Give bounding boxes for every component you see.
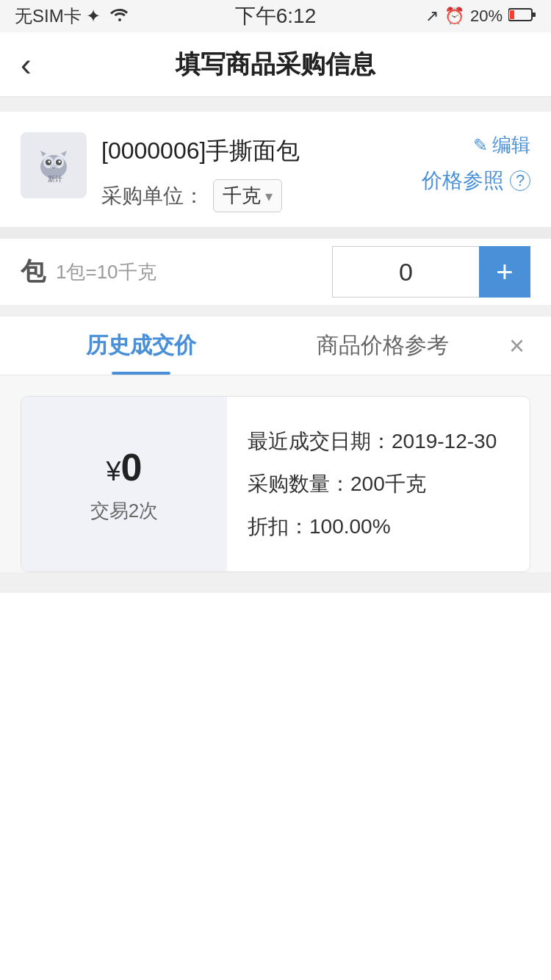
product-header: 新计 [0000006]手撕面包 采购单位： 千克 ▾ ✎ 编辑 xyxy=(21,132,530,212)
status-right: ↗ ⏰ 20% xyxy=(425,6,536,26)
purchase-qty-row: 采购数量：200千克 xyxy=(248,469,509,500)
recent-date-row: 最近成交日期：2019-12-30 xyxy=(248,426,509,457)
svg-marker-11 xyxy=(40,151,46,156)
back-button[interactable]: ‹ xyxy=(21,48,32,81)
close-panel-button[interactable]: × xyxy=(503,331,530,361)
history-price: ¥0 xyxy=(107,445,143,489)
bottom-space xyxy=(0,593,551,980)
edit-icon: ✎ xyxy=(473,135,488,156)
quantity-label: 包 1包=10千克 xyxy=(21,255,332,289)
section-divider xyxy=(0,227,551,239)
status-left: 无SIM卡 ✦ xyxy=(15,4,132,28)
svg-rect-1 xyxy=(532,12,536,17)
product-thumbnail: 新计 xyxy=(21,132,87,198)
svg-point-8 xyxy=(48,161,51,163)
quantity-input[interactable]: 0 xyxy=(332,246,479,298)
dropdown-arrow-icon: ▾ xyxy=(265,187,273,205)
tab-underline xyxy=(112,372,170,375)
product-info: [0000006]手撕面包 采购单位： 千克 ▾ xyxy=(101,132,300,212)
tabs-header: 历史成交价 商品价格参考 × xyxy=(0,317,551,375)
qty-unit-badge: 包 xyxy=(21,255,46,289)
alarm-icon: ⏰ xyxy=(444,7,464,26)
history-card: ¥0 交易2次 最近成交日期：2019-12-30 采购数量：200千克 折扣：… xyxy=(21,396,530,572)
battery-icon xyxy=(508,6,536,26)
trade-count: 交易2次 xyxy=(90,498,158,524)
history-card-left: ¥0 交易2次 xyxy=(21,397,227,572)
quantity-plus-button[interactable]: + xyxy=(479,246,530,298)
svg-marker-12 xyxy=(61,151,67,156)
unit-select[interactable]: 千克 ▾ xyxy=(213,179,282,212)
price-ref-button[interactable]: 价格参照 ? xyxy=(422,167,530,195)
price-ref-right: ✎ 编辑 价格参照 ? xyxy=(422,132,530,195)
tab-history-price[interactable]: 历史成交价 xyxy=(21,317,262,375)
unit-label: 采购单位： xyxy=(101,182,204,210)
tabs-panel: 历史成交价 商品价格参考 × ¥0 交易2次 最近成交日期：2019-12-30… xyxy=(0,317,551,572)
edit-button[interactable]: ✎ 编辑 xyxy=(473,132,530,158)
tab-price-ref[interactable]: 商品价格参考 xyxy=(262,317,503,375)
product-left: 新计 [0000006]手撕面包 采购单位： 千克 ▾ xyxy=(21,132,300,212)
carrier-text: 无SIM卡 ✦ xyxy=(15,4,101,28)
svg-rect-2 xyxy=(510,10,514,19)
battery-percent: 20% xyxy=(470,7,503,26)
location-icon: ↗ xyxy=(425,7,439,26)
product-name: [0000006]手撕面包 xyxy=(101,135,300,167)
status-time: 下午6:12 xyxy=(235,2,317,30)
nav-bar: ‹ 填写商品采购信息 xyxy=(0,32,551,97)
product-unit-row: 采购单位： 千克 ▾ xyxy=(101,179,300,212)
unit-value: 千克 xyxy=(223,183,261,209)
quantity-input-group: 0 + xyxy=(332,246,530,298)
page-title: 填写商品采购信息 xyxy=(176,48,375,82)
svg-text:新计: 新计 xyxy=(48,175,62,183)
discount-row: 折扣：100.00% xyxy=(248,511,509,542)
qty-conversion: 1包=10千克 xyxy=(56,259,156,285)
svg-point-9 xyxy=(59,161,61,163)
history-card-right: 最近成交日期：2019-12-30 采购数量：200千克 折扣：100.00% xyxy=(227,397,530,572)
wifi-icon xyxy=(108,5,132,27)
quantity-row: 包 1包=10千克 0 + xyxy=(0,239,551,305)
product-card: 新计 [0000006]手撕面包 采购单位： 千克 ▾ ✎ 编辑 xyxy=(0,112,551,227)
status-bar: 无SIM卡 ✦ 下午6:12 ↗ ⏰ 20% xyxy=(0,0,551,32)
help-icon: ? xyxy=(510,170,530,191)
